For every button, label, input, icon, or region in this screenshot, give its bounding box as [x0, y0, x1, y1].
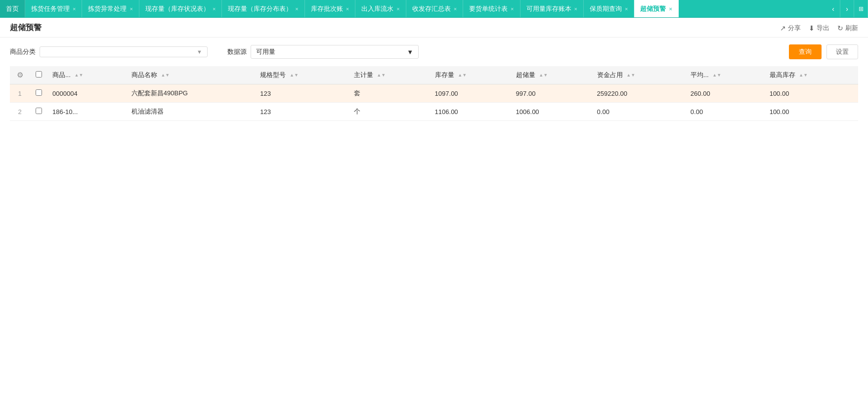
- spec-cell: 123: [255, 84, 348, 103]
- nav-item-拣货异常处理[interactable]: 拣货异常处理×: [82, 0, 139, 17]
- avg-cell: 260.00: [686, 84, 765, 103]
- col-capital[interactable]: 资金占用 ▲▼: [592, 66, 686, 84]
- nav-item-close-icon[interactable]: ×: [73, 6, 76, 12]
- sort-product-name-icon: ▲▼: [161, 73, 170, 78]
- max-stock-cell: 100.00: [765, 103, 858, 121]
- nav-item-label: 拣货任务管理: [31, 4, 70, 13]
- nav-item-超储预警[interactable]: 超储预警×: [634, 0, 678, 17]
- unit-cell: 个: [349, 103, 430, 121]
- row-number: 2: [10, 103, 30, 121]
- col-product-code-label: 商品...: [52, 71, 71, 79]
- page-header: 超储预警 ↗ 分享 ⬇ 导出 ↻ 刷新: [0, 18, 868, 38]
- avg-cell: 0.00: [686, 103, 765, 121]
- table-header-row: ⚙ 商品... ▲▼ 商品名称 ▲▼ 规格型号 ▲▼ 主计: [10, 66, 858, 84]
- nav-item-可用量库存账本[interactable]: 可用量库存账本×: [521, 0, 584, 17]
- nav-prev-arrow[interactable]: ‹: [826, 0, 840, 17]
- nav-item-label: 保质期查询: [590, 4, 622, 13]
- sort-avg-icon: ▲▼: [712, 73, 721, 78]
- nav-item-label: 出入库流水: [361, 4, 393, 13]
- sort-stock-icon: ▲▼: [458, 73, 467, 78]
- export-icon: ⬇: [809, 24, 815, 32]
- col-product-code[interactable]: 商品... ▲▼: [47, 66, 127, 84]
- overstock-cell: 997.00: [511, 84, 592, 103]
- datasource-filter: 数据源 可用量 ▼: [227, 45, 419, 59]
- nav-item-close-icon[interactable]: ×: [396, 6, 399, 12]
- nav-expand-arrow[interactable]: ⊞: [854, 0, 868, 17]
- settings-button[interactable]: 设置: [826, 44, 858, 59]
- nav-item-首页[interactable]: 首页: [0, 0, 25, 17]
- col-overstock[interactable]: 超储量 ▲▼: [511, 66, 592, 84]
- nav-item-close-icon[interactable]: ×: [213, 6, 216, 12]
- datasource-select-arrow: ▼: [407, 48, 413, 56]
- category-filter: 商品分类 ▼: [10, 46, 208, 57]
- nav-item-close-icon[interactable]: ×: [295, 6, 298, 12]
- nav-item-close-icon[interactable]: ×: [130, 6, 132, 12]
- category-select-arrow: ▼: [197, 49, 202, 55]
- nav-item-close-icon[interactable]: ×: [346, 6, 349, 12]
- datasource-select[interactable]: 可用量 ▼: [251, 45, 419, 59]
- nav-next-arrow[interactable]: ›: [840, 0, 854, 17]
- datasource-label: 数据源: [227, 47, 247, 56]
- nav-item-要货单统计表[interactable]: 要货单统计表×: [463, 0, 520, 17]
- sort-capital-icon: ▲▼: [626, 73, 635, 78]
- col-product-name[interactable]: 商品名称 ▲▼: [127, 66, 256, 84]
- row-checkbox: [30, 84, 47, 103]
- nav-item-出入库流水[interactable]: 出入库流水×: [355, 0, 406, 17]
- nav-item-现存量-库存分布表-[interactable]: 现存量（库存分布表）×: [222, 0, 304, 17]
- col-product-name-label: 商品名称: [131, 71, 157, 79]
- col-overstock-label: 超储量: [516, 71, 535, 79]
- row-number: 1: [10, 84, 30, 103]
- table-row: 2186-10...机油滤清器123个1106.001006.000.000.0…: [10, 103, 858, 121]
- nav-item-close-icon[interactable]: ×: [625, 6, 628, 12]
- nav-item-close-icon[interactable]: ×: [454, 6, 457, 12]
- share-icon: ↗: [780, 24, 786, 32]
- col-capital-label: 资金占用: [597, 71, 623, 79]
- col-unit[interactable]: 主计量 ▲▼: [349, 66, 430, 84]
- nav-item-库存批次账[interactable]: 库存批次账×: [305, 0, 355, 17]
- nav-item-收发存汇总表[interactable]: 收发存汇总表×: [406, 0, 463, 17]
- table-row: 10000004六配套新昌490BPG123套1097.00997.002592…: [10, 84, 858, 103]
- nav-item-close-icon[interactable]: ×: [669, 6, 672, 12]
- nav-item-close-icon[interactable]: ×: [574, 6, 577, 12]
- row-checkbox-input[interactable]: [36, 89, 42, 96]
- unit-cell: 套: [349, 84, 430, 103]
- category-select[interactable]: ▼: [40, 46, 208, 57]
- header-actions: ↗ 分享 ⬇ 导出 ↻ 刷新: [780, 24, 858, 33]
- datasource-select-value: 可用量: [256, 47, 275, 56]
- sort-product-code-icon: ▲▼: [74, 73, 83, 78]
- share-button[interactable]: ↗ 分享: [780, 24, 801, 33]
- nav-item-label: 库存批次账: [311, 4, 343, 13]
- filter-buttons: 查询 设置: [789, 44, 858, 59]
- nav-item-label: 现存量（库存分布表）: [228, 4, 292, 13]
- col-max-stock[interactable]: 最高库存 ▲▼: [765, 66, 858, 84]
- nav-item-label: 首页: [6, 4, 19, 13]
- nav-item-close-icon[interactable]: ×: [511, 6, 514, 12]
- row-checkbox: [30, 103, 47, 121]
- max-stock-cell: 100.00: [765, 84, 858, 103]
- category-label: 商品分类: [10, 47, 36, 56]
- query-button[interactable]: 查询: [789, 44, 822, 59]
- nav-item-现存量-库存状况表-[interactable]: 现存量（库存状况表）×: [139, 0, 222, 17]
- gear-settings-icon[interactable]: ⚙: [17, 71, 23, 79]
- capital-cell: 0.00: [592, 103, 686, 121]
- row-checkbox-input[interactable]: [36, 108, 42, 114]
- col-stock-label: 库存量: [435, 71, 454, 79]
- nav-item-拣货任务管理[interactable]: 拣货任务管理×: [25, 0, 82, 17]
- main-table: ⚙ 商品... ▲▼ 商品名称 ▲▼ 规格型号 ▲▼ 主计: [10, 66, 858, 121]
- col-spec[interactable]: 规格型号 ▲▼: [255, 66, 348, 84]
- col-checkbox: [30, 66, 47, 84]
- col-unit-label: 主计量: [354, 71, 373, 79]
- export-button[interactable]: ⬇ 导出: [809, 24, 829, 33]
- stock-cell: 1106.00: [430, 103, 511, 121]
- col-avg-label: 平均...: [691, 71, 709, 79]
- select-all-checkbox[interactable]: [36, 71, 42, 78]
- col-max-stock-label: 最高库存: [770, 71, 795, 79]
- refresh-button[interactable]: ↻ 刷新: [837, 24, 858, 33]
- nav-item-label: 拣货异常处理: [88, 4, 127, 13]
- filter-area: 商品分类 ▼ 数据源 可用量 ▼ 查询 设置: [0, 38, 868, 66]
- col-avg[interactable]: 平均... ▲▼: [686, 66, 765, 84]
- spec-cell: 123: [255, 103, 348, 121]
- table-container: ⚙ 商品... ▲▼ 商品名称 ▲▼ 规格型号 ▲▼ 主计: [0, 66, 868, 121]
- col-stock[interactable]: 库存量 ▲▼: [430, 66, 511, 84]
- nav-item-保质期查询[interactable]: 保质期查询×: [584, 0, 634, 17]
